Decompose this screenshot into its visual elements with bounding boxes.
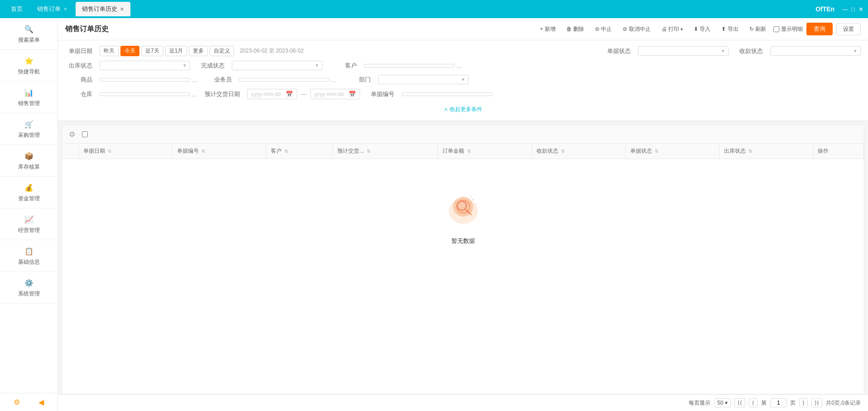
sidebar-item-inventory[interactable]: 📦 库存核算 bbox=[0, 145, 58, 177]
sidebar-item-sys-mgmt-label: 系统管理 bbox=[18, 290, 40, 298]
sidebar-item-quick-nav[interactable]: ⭐ 快捷导航 bbox=[0, 50, 58, 82]
expected-delivery-start-input[interactable]: yyyy-mm-dd 📅 bbox=[247, 89, 297, 99]
print-button[interactable]: 🖨 打印 ▾ bbox=[658, 24, 686, 35]
sidebar-item-base-info-label: 基础信息 bbox=[18, 258, 40, 266]
sidebar-item-operations[interactable]: 📈 经营管理 bbox=[0, 208, 58, 240]
sidebar-item-sys-mgmt[interactable]: ⚙️ 系统管理 bbox=[0, 272, 58, 304]
th-amount[interactable]: 订单金额 ⇅ bbox=[438, 144, 532, 159]
order-number-label: 单据编号 bbox=[367, 90, 394, 98]
date-btn-more[interactable]: 更多 bbox=[189, 46, 208, 56]
th-delivery-status[interactable]: 出库状态 ⇅ bbox=[719, 144, 813, 159]
display-detail-control[interactable]: 显示明细 bbox=[773, 25, 803, 33]
sidebar-item-base-info[interactable]: 📋 基础信息 bbox=[0, 240, 58, 272]
refresh-button[interactable]: ↻ 刷新 bbox=[746, 24, 770, 35]
th-order-status[interactable]: 单据状态 ⇅ bbox=[625, 144, 719, 159]
display-detail-checkbox[interactable] bbox=[773, 26, 779, 32]
date-btn-7days[interactable]: 近7天 bbox=[141, 46, 163, 56]
sidebar-item-sales-mgmt[interactable]: 📊 销售管理 bbox=[0, 82, 58, 113]
customer-control: ... bbox=[364, 62, 462, 69]
th-payment-status[interactable]: 收款状态 ⇅ bbox=[532, 144, 625, 159]
payment-status-select[interactable]: ▾ bbox=[770, 46, 861, 56]
sys-mgmt-icon: ⚙️ bbox=[24, 277, 34, 288]
page-suffix-label: 页 bbox=[790, 399, 796, 407]
tab-home-label: 首页 bbox=[11, 5, 23, 13]
product-input[interactable] bbox=[100, 78, 190, 82]
th-date[interactable]: 单据日期 ⇅ bbox=[78, 144, 172, 159]
date-btn-1month[interactable]: 近1月 bbox=[165, 46, 187, 56]
product-dots-button[interactable]: ... bbox=[192, 76, 197, 83]
th-customer[interactable]: 客户 ⇅ bbox=[266, 144, 333, 159]
export-button[interactable]: ⬆ 导出 bbox=[718, 24, 742, 35]
total-text: 共0页,0条记录 bbox=[826, 399, 861, 407]
sort-delivery-icon: ⇅ bbox=[367, 149, 370, 154]
last-page-button[interactable]: ⟩⟩ bbox=[811, 398, 822, 407]
sidebar-item-search-menu[interactable]: 🔍 搜索菜单 bbox=[0, 18, 58, 50]
next-page-button[interactable]: ⟩ bbox=[799, 398, 808, 407]
collapse-more-conditions[interactable]: ∧ 收起更多条件 bbox=[65, 104, 861, 115]
window-close[interactable]: ✕ bbox=[858, 6, 863, 13]
print-dropdown-icon[interactable]: ▾ bbox=[681, 27, 683, 32]
tab-sales-order-history-close[interactable]: ✕ bbox=[120, 6, 124, 12]
filter-row-3: 商品 ... 业务员 ... 部门 ▾ bbox=[65, 75, 861, 84]
salesperson-control: ... bbox=[239, 76, 337, 83]
delete-button[interactable]: 🗑 删除 bbox=[563, 24, 588, 35]
tab-sales-order-close[interactable]: ✕ bbox=[63, 6, 67, 12]
customer-dots-button[interactable]: ... bbox=[456, 62, 462, 69]
new-button[interactable]: + 新增 bbox=[536, 24, 559, 35]
customer-input[interactable] bbox=[364, 64, 455, 68]
stop-button[interactable]: ⊘ 中止 bbox=[591, 24, 615, 35]
sidebar: 🔍 搜索菜单 ⭐ 快捷导航 📊 销售管理 🛒 采购管理 📦 库存核算 💰 资金管… bbox=[0, 18, 58, 411]
warehouse-dots-button[interactable]: ... bbox=[192, 91, 197, 98]
date-btn-yesterday[interactable]: 昨天 bbox=[100, 46, 119, 56]
stop-button-label: ⊘ 中止 bbox=[595, 25, 612, 33]
first-page-button[interactable]: ⟨⟨ bbox=[734, 398, 745, 407]
department-select[interactable]: ▾ bbox=[378, 75, 469, 84]
window-maximize[interactable]: □ bbox=[851, 6, 855, 13]
delivery-status-label: 出库状态 bbox=[65, 62, 92, 70]
cancel-stop-button[interactable]: ⊘ 取消中止 bbox=[619, 24, 654, 35]
order-status-select[interactable]: ▾ bbox=[638, 46, 729, 56]
page-size-select[interactable]: 50 ▾ bbox=[714, 398, 731, 407]
select-all-checkbox[interactable] bbox=[82, 131, 88, 137]
delivery-status-select[interactable]: ▾ bbox=[100, 61, 190, 70]
sidebar-collapse-icon[interactable]: ◀ bbox=[38, 398, 44, 406]
top-bar-right: OfTEn — □ ✕ bbox=[812, 5, 863, 13]
toolbar: + 新增 🗑 删除 ⊘ 中止 ⊘ 取消中止 🖨 打印 ▾ ⬇ 导入 bbox=[536, 23, 861, 35]
completion-status-select[interactable]: ▾ bbox=[232, 61, 322, 70]
page-title: 销售订单历史 bbox=[65, 24, 109, 34]
settings-button[interactable]: 设置 bbox=[836, 23, 861, 35]
date-sep: — bbox=[299, 91, 308, 97]
new-button-label: + 新增 bbox=[540, 25, 555, 33]
order-number-input[interactable] bbox=[402, 92, 492, 96]
page-header: 销售订单历史 + 新增 🗑 删除 ⊘ 中止 ⊘ 取消中止 🖨 打印 ▾ bbox=[58, 18, 868, 40]
expected-delivery-control: yyyy-mm-dd 📅 — yyyy-mm-dd 📅 bbox=[247, 89, 360, 99]
warehouse-input[interactable] bbox=[100, 92, 190, 96]
sidebar-item-finance[interactable]: 💰 资金管理 bbox=[0, 177, 58, 208]
table-settings-icon[interactable]: ⚙ bbox=[66, 128, 78, 140]
window-minimize[interactable]: — bbox=[842, 6, 848, 13]
date-btn-custom[interactable]: 自定义 bbox=[210, 46, 234, 56]
tab-sales-order[interactable]: 销售订单 ✕ bbox=[31, 2, 74, 16]
sidebar-settings-icon[interactable]: ⚙ bbox=[14, 398, 20, 406]
query-button[interactable]: 查询 bbox=[806, 23, 833, 35]
import-button[interactable]: ⬇ 导入 bbox=[690, 24, 714, 35]
th-delivery-date[interactable]: 预计交货... ⇅ bbox=[333, 144, 438, 159]
th-number[interactable]: 单据编号 ⇅ bbox=[172, 144, 266, 159]
tab-sales-order-history[interactable]: 销售订单历史 ✕ bbox=[76, 2, 130, 16]
date-label: 单据日期 bbox=[65, 47, 92, 55]
table-area: ⚙ 单据日期 ⇅ 单据编号 ⇅ bbox=[62, 125, 864, 394]
prev-page-button[interactable]: ⟨ bbox=[749, 398, 758, 407]
order-status-chevron: ▾ bbox=[722, 48, 724, 54]
date-btn-today[interactable]: 今天 bbox=[120, 46, 139, 56]
current-page-input[interactable] bbox=[770, 398, 786, 407]
sort-order-status-icon: ⇅ bbox=[655, 149, 658, 154]
salesperson-dots-button[interactable]: ... bbox=[331, 76, 337, 83]
sidebar-item-purchase-mgmt[interactable]: 🛒 采购管理 bbox=[0, 113, 58, 145]
brand-label: OfTEn bbox=[812, 5, 838, 13]
salesperson-input[interactable] bbox=[239, 78, 330, 82]
expected-delivery-end-input[interactable]: yyyy-mm-dd 📅 bbox=[310, 89, 360, 99]
refresh-button-label: ↻ 刷新 bbox=[749, 25, 766, 33]
date-control: 昨天 今天 近7天 近1月 更多 自定义 2023-06-02 至 2023-0… bbox=[100, 46, 596, 56]
tab-home[interactable]: 首页 bbox=[5, 2, 29, 16]
expected-delivery-label: 预计交货日期 bbox=[205, 90, 240, 98]
